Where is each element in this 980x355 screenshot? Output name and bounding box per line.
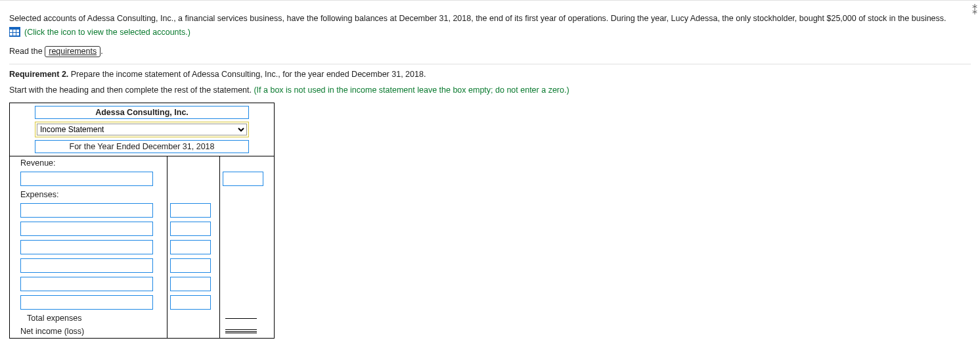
expenses-label: Expenses: — [10, 188, 167, 201]
intro-text: Selected accounts of Adessa Consulting, … — [9, 12, 971, 24]
expense-amount-input-5[interactable] — [170, 277, 211, 291]
period-cell[interactable]: For the Year Ended December 31, 2018 — [35, 140, 249, 153]
start-instruction: Start with the heading and then complete… — [9, 85, 971, 95]
expense-account-input-3[interactable] — [20, 240, 153, 254]
expense-amount-input-2[interactable] — [170, 222, 211, 236]
expense-amount-input-6[interactable] — [170, 295, 211, 310]
read-requirements-line: Read the requirements. — [9, 46, 971, 57]
expense-amount-input-4[interactable] — [170, 258, 211, 273]
expense-account-input-1[interactable] — [20, 203, 153, 218]
click-icon-text[interactable]: (Click the icon to view the selected acc… — [24, 28, 190, 37]
net-income-label: Net income (loss) — [10, 325, 167, 338]
total-expenses-label: Total expenses — [10, 312, 167, 325]
requirement-title: Requirement 2. Prepare the income statem… — [9, 70, 971, 79]
expense-account-input-4[interactable] — [20, 258, 153, 273]
revenue-label: Revenue: — [10, 156, 167, 170]
expense-amount-input-1[interactable] — [170, 203, 211, 218]
single-underline — [225, 318, 257, 319]
expense-amount-input-3[interactable] — [170, 240, 211, 254]
requirements-link[interactable]: requirements — [45, 46, 100, 57]
pin-icon[interactable]: ⁑ — [972, 4, 977, 16]
divider — [9, 64, 971, 64]
revenue-account-input[interactable] — [20, 172, 153, 186]
statement-type-select[interactable]: Income Statement — [37, 124, 247, 135]
data-table-icon[interactable] — [9, 27, 20, 37]
statement-type-select-wrap[interactable]: Income Statement — [35, 122, 249, 137]
double-underline — [225, 329, 257, 333]
revenue-amount-input[interactable] — [223, 172, 263, 186]
expense-account-input-5[interactable] — [20, 277, 153, 291]
income-statement-table: Adessa Consulting, Inc. Income Statement… — [9, 103, 275, 339]
expense-account-input-2[interactable] — [20, 222, 153, 236]
expense-account-input-6[interactable] — [20, 295, 153, 310]
company-name-cell[interactable]: Adessa Consulting, Inc. — [35, 106, 249, 119]
statement-body: Revenue: Expenses: — [10, 156, 274, 338]
